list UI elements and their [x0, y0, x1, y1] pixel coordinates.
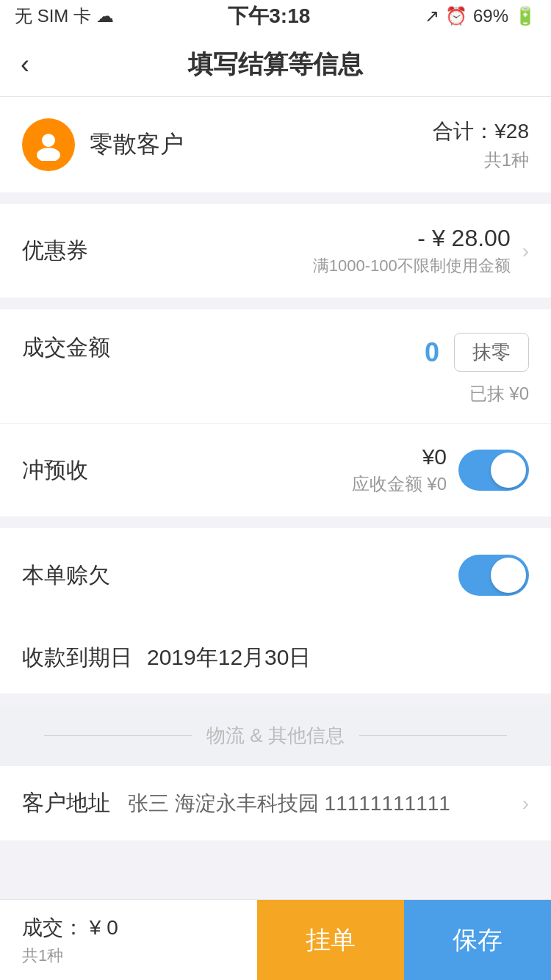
logistics-divider: 物流 & 其他信息 [0, 705, 551, 766]
customer-left: 零散客户 [22, 118, 184, 171]
coupon-desc: 满1000-100不限制使用金额 [313, 255, 511, 277]
prepay-toggle[interactable] [458, 450, 529, 491]
due-date-content: 收款到期日 2019年12月30日 [22, 643, 529, 673]
bottom-bar: 成交： ¥ 0 共1种 挂单 保存 [0, 899, 551, 980]
round-button[interactable]: 抹零 [454, 333, 529, 372]
location-icon: ↗ [425, 6, 439, 26]
coupon-section: 优惠券 - ¥ 28.00 满1000-100不限制使用金额 › [0, 204, 551, 298]
back-icon: ‹ [21, 49, 29, 79]
prepay-right: ¥0 应收金额 ¥0 [352, 444, 529, 496]
customer-section: 零散客户 合计：¥28 共1种 [0, 97, 551, 192]
deal-amount-right: 0 抹零 已抹 ¥0 [425, 333, 529, 406]
debt-section: 本单赊欠 收款到期日 2019年12月30日 [0, 528, 551, 693]
status-time: 下午3:18 [228, 2, 310, 30]
due-date-label: 收款到期日 [22, 643, 132, 673]
address-section: 客户地址 张三 海淀永丰科技园 11111111111 › [0, 766, 551, 840]
battery-icon: 🔋 [514, 6, 536, 26]
coupon-amount: - ¥ 28.00 [313, 225, 511, 252]
debt-label: 本单赊欠 [22, 561, 110, 591]
chevron-right-icon: › [522, 239, 529, 263]
hold-button[interactable]: 挂单 [257, 900, 404, 981]
bottom-count: 共1种 [22, 945, 235, 967]
deal-amount-label: 成交金额 [22, 333, 110, 363]
alarm-icon: ⏰ [445, 6, 467, 26]
debt-toggle[interactable] [458, 555, 529, 596]
deal-prepay-section: 成交金额 0 抹零 已抹 ¥0 冲预收 ¥0 应收金额 ¥0 [0, 309, 551, 516]
logistics-label: 物流 & 其他信息 [206, 723, 345, 749]
customer-avatar [22, 118, 75, 171]
user-icon [32, 129, 65, 161]
page-title: 填写结算等信息 [188, 48, 363, 82]
address-value: 张三 海淀永丰科技园 11111111111 [128, 790, 522, 818]
deal-deducted: 已抹 ¥0 [469, 382, 529, 406]
nav-bar: ‹ 填写结算等信息 [0, 32, 551, 97]
bottom-deal: 成交： ¥ 0 [22, 914, 235, 942]
bottom-info: 成交： ¥ 0 共1种 [0, 914, 257, 967]
prepay-value: ¥0 [352, 444, 447, 469]
due-date-row: 收款到期日 2019年12月30日 [0, 622, 551, 693]
prepay-receivable: 应收金额 ¥0 [352, 472, 447, 496]
address-row[interactable]: 客户地址 张三 海淀永丰科技园 11111111111 › [0, 766, 551, 840]
coupon-right: - ¥ 28.00 满1000-100不限制使用金额 › [313, 225, 529, 277]
customer-right: 合计：¥28 共1种 [433, 118, 529, 172]
bottom-deal-label: 成交： [22, 916, 84, 939]
sim-label: 无 SIM 卡 ☁ [15, 4, 114, 28]
bottom-deal-amount: ¥ 0 [90, 916, 118, 939]
address-label: 客户地址 [22, 788, 110, 818]
svg-point-0 [42, 134, 55, 147]
coupon-row[interactable]: 优惠券 - ¥ 28.00 满1000-100不限制使用金额 › [0, 204, 551, 298]
battery-label: 69% [473, 6, 508, 26]
customer-count: 共1种 [433, 148, 529, 172]
coupon-label: 优惠券 [22, 236, 88, 266]
status-bar: 无 SIM 卡 ☁ 下午3:18 ↗ ⏰ 69% 🔋 [0, 0, 551, 32]
coupon-value-group: - ¥ 28.00 满1000-100不限制使用金额 [313, 225, 511, 277]
customer-name: 零散客户 [90, 129, 184, 161]
address-chevron-icon: › [522, 792, 529, 815]
debt-row: 本单赊欠 [0, 528, 551, 622]
status-left: 无 SIM 卡 ☁ [15, 4, 114, 28]
prepay-value-group: ¥0 应收金额 ¥0 [352, 444, 447, 496]
divider-line: 物流 & 其他信息 [0, 723, 551, 749]
prepay-label: 冲预收 [22, 455, 88, 486]
due-date-value: 2019年12月30日 [147, 643, 311, 673]
deal-amount-value: 0 [425, 337, 439, 368]
customer-total: 合计：¥28 [433, 118, 529, 145]
deal-amount-row: 成交金额 0 抹零 已抹 ¥0 [0, 309, 551, 424]
svg-point-1 [37, 148, 60, 161]
status-right: ↗ ⏰ 69% 🔋 [425, 6, 536, 26]
prepay-row: 冲预收 ¥0 应收金额 ¥0 [0, 424, 551, 516]
back-button[interactable]: ‹ [21, 49, 29, 80]
content: 零散客户 合计：¥28 共1种 优惠券 - ¥ 28.00 满1000-100不… [0, 97, 551, 940]
save-button[interactable]: 保存 [404, 900, 551, 981]
